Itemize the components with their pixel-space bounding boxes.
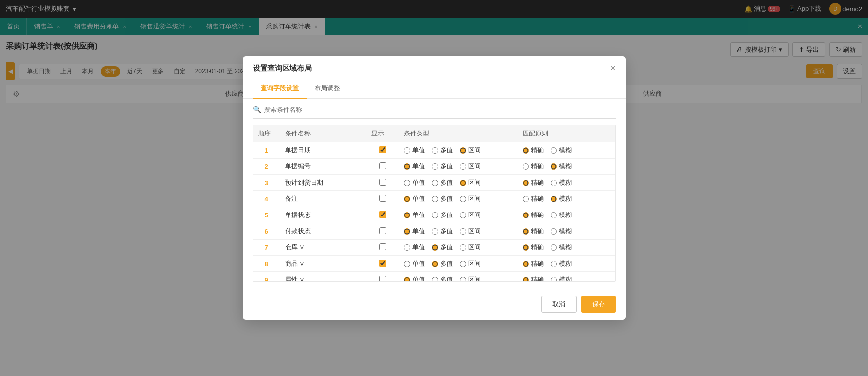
match-radio-item[interactable]: 模糊 bbox=[551, 211, 572, 219]
type-radio-item[interactable]: 多值 bbox=[432, 194, 453, 203]
cell-type: 单值多值区间 bbox=[399, 175, 518, 191]
match-radio-item[interactable]: 模糊 bbox=[551, 194, 572, 203]
match-radio-item[interactable]: 精确 bbox=[523, 259, 544, 268]
type-radio-item[interactable]: 区间 bbox=[460, 275, 481, 282]
type-radio-item[interactable]: 区间 bbox=[460, 243, 481, 252]
show-checkbox[interactable] bbox=[379, 260, 386, 267]
table-header-row: 顺序 条件名称 显示 条件类型 匹配原则 bbox=[253, 125, 615, 142]
show-checkbox[interactable] bbox=[379, 243, 386, 250]
table-row: 5单据状态单值多值区间精确模糊 bbox=[253, 207, 615, 223]
match-radio-item[interactable]: 模糊 bbox=[551, 259, 572, 268]
match-radio-item[interactable]: 精确 bbox=[523, 227, 544, 236]
type-radio-item[interactable]: 多值 bbox=[432, 259, 453, 268]
dialog-body: 🔍 顺序 条件名称 显示 条件类型 匹配原则 bbox=[243, 99, 626, 289]
type-radio-item[interactable]: 区间 bbox=[460, 178, 481, 187]
dialog-title: 设置查询区域布局 bbox=[253, 64, 312, 73]
cell-show[interactable] bbox=[367, 240, 399, 256]
type-radio-item[interactable]: 多值 bbox=[432, 178, 453, 187]
save-button[interactable]: 保存 bbox=[581, 296, 616, 313]
table-row: 2单据编号单值多值区间精确模糊 bbox=[253, 159, 615, 175]
cell-type: 单值多值区间 bbox=[399, 256, 518, 272]
dialog-tab-layout[interactable]: 布局调整 bbox=[307, 79, 348, 99]
condition-search-input[interactable] bbox=[264, 106, 616, 113]
cell-name: 单据编号 bbox=[280, 159, 367, 175]
match-radio-item[interactable]: 精确 bbox=[523, 211, 544, 219]
type-radio-item[interactable]: 单值 bbox=[404, 211, 425, 219]
type-radio-item[interactable]: 多值 bbox=[432, 211, 453, 219]
conditions-table: 顺序 条件名称 显示 条件类型 匹配原则 1单据日期单值多值区间精确模糊2单据编… bbox=[253, 125, 615, 282]
cell-name: 仓库 ∨ bbox=[280, 240, 367, 256]
type-radio-item[interactable]: 区间 bbox=[460, 162, 481, 171]
type-radio-item[interactable]: 区间 bbox=[460, 259, 481, 268]
show-checkbox[interactable] bbox=[379, 276, 386, 282]
cell-match: 精确模糊 bbox=[518, 223, 615, 240]
type-radio-item[interactable]: 单值 bbox=[404, 194, 425, 203]
match-radio-item[interactable]: 精确 bbox=[523, 178, 544, 187]
show-checkbox[interactable] bbox=[379, 146, 386, 153]
match-radio-item[interactable]: 精确 bbox=[523, 146, 544, 155]
cell-match: 精确模糊 bbox=[518, 175, 615, 191]
cell-show[interactable] bbox=[367, 159, 399, 175]
type-radio-item[interactable]: 多值 bbox=[432, 227, 453, 236]
cell-show[interactable] bbox=[367, 256, 399, 272]
show-checkbox[interactable] bbox=[379, 227, 386, 234]
dialog-tab-query[interactable]: 查询字段设置 bbox=[253, 79, 307, 99]
cell-show[interactable] bbox=[367, 272, 399, 282]
cell-name: 单据日期 bbox=[280, 142, 367, 159]
match-radio-item[interactable]: 模糊 bbox=[551, 146, 572, 155]
show-checkbox[interactable] bbox=[379, 179, 386, 186]
cell-type: 单值多值区间 bbox=[399, 159, 518, 175]
type-radio-item[interactable]: 单值 bbox=[404, 243, 425, 252]
cancel-button[interactable]: 取消 bbox=[541, 296, 577, 313]
type-radio-item[interactable]: 区间 bbox=[460, 194, 481, 203]
show-checkbox[interactable] bbox=[379, 195, 386, 202]
type-radio-item[interactable]: 单值 bbox=[404, 275, 425, 282]
type-radio-item[interactable]: 区间 bbox=[460, 227, 481, 236]
cell-show[interactable] bbox=[367, 191, 399, 207]
cell-name: 商品 ∨ bbox=[280, 256, 367, 272]
modal-overlay: 设置查询区域布局 × 查询字段设置 布局调整 🔍 bbox=[0, 0, 868, 376]
dialog-tabs: 查询字段设置 布局调整 bbox=[243, 79, 626, 99]
show-checkbox[interactable] bbox=[379, 162, 386, 169]
type-radio-item[interactable]: 区间 bbox=[460, 146, 481, 155]
match-radio-item[interactable]: 模糊 bbox=[551, 162, 572, 171]
type-radio-item[interactable]: 单值 bbox=[404, 162, 425, 171]
match-radio-item[interactable]: 模糊 bbox=[551, 227, 572, 236]
cell-type: 单值多值区间 bbox=[399, 223, 518, 240]
search-icon: 🔍 bbox=[253, 106, 261, 113]
th-show: 显示 bbox=[367, 125, 399, 142]
cell-show[interactable] bbox=[367, 223, 399, 240]
type-radio-item[interactable]: 多值 bbox=[432, 243, 453, 252]
table-row: 1单据日期单值多值区间精确模糊 bbox=[253, 142, 615, 159]
match-radio-item[interactable]: 精确 bbox=[523, 275, 544, 282]
dialog-header: 设置查询区域布局 × bbox=[243, 56, 626, 79]
dialog-close-button[interactable]: × bbox=[610, 63, 616, 74]
cell-order: 1 bbox=[253, 142, 280, 159]
type-radio-item[interactable]: 多值 bbox=[432, 146, 453, 155]
match-radio-item[interactable]: 模糊 bbox=[551, 275, 572, 282]
cell-show[interactable] bbox=[367, 175, 399, 191]
match-radio-item[interactable]: 精确 bbox=[523, 194, 544, 203]
match-radio-item[interactable]: 精确 bbox=[523, 162, 544, 171]
th-name: 条件名称 bbox=[280, 125, 367, 142]
show-checkbox[interactable] bbox=[379, 211, 386, 218]
table-row: 7仓库 ∨单值多值区间精确模糊 bbox=[253, 240, 615, 256]
type-radio-item[interactable]: 单值 bbox=[404, 178, 425, 187]
cell-order: 5 bbox=[253, 207, 280, 223]
type-radio-item[interactable]: 多值 bbox=[432, 162, 453, 171]
cell-show[interactable] bbox=[367, 207, 399, 223]
match-radio-item[interactable]: 精确 bbox=[523, 243, 544, 252]
cell-show[interactable] bbox=[367, 142, 399, 159]
cell-match: 精确模糊 bbox=[518, 207, 615, 223]
match-radio-item[interactable]: 模糊 bbox=[551, 178, 572, 187]
type-radio-item[interactable]: 单值 bbox=[404, 227, 425, 236]
cell-order: 7 bbox=[253, 240, 280, 256]
type-radio-item[interactable]: 单值 bbox=[404, 146, 425, 155]
table-row: 6付款状态单值多值区间精确模糊 bbox=[253, 223, 615, 240]
cell-name: 付款状态 bbox=[280, 223, 367, 240]
table-row: 9属性 ∨单值多值区间精确模糊 bbox=[253, 272, 615, 282]
match-radio-item[interactable]: 模糊 bbox=[551, 243, 572, 252]
type-radio-item[interactable]: 区间 bbox=[460, 211, 481, 219]
type-radio-item[interactable]: 单值 bbox=[404, 259, 425, 268]
type-radio-item[interactable]: 多值 bbox=[432, 275, 453, 282]
